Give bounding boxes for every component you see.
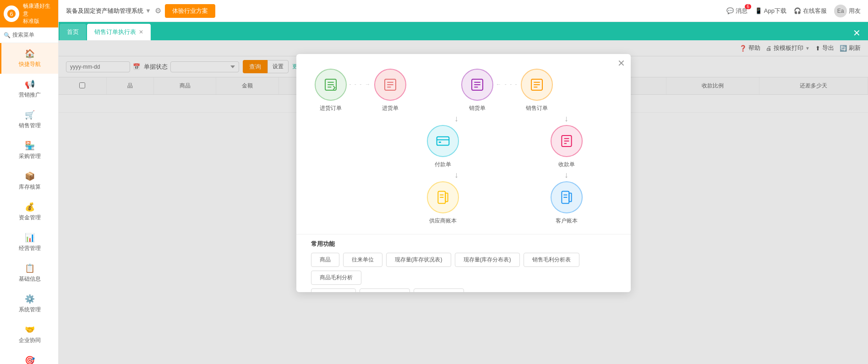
flow-row-3: 付款单 收款单 bbox=[315, 125, 612, 168]
sidebar-item-finance[interactable]: 💰 资金管理 bbox=[0, 196, 58, 227]
tab-home[interactable]: 首页 bbox=[60, 24, 86, 40]
flow-section: 进货订单 - - - → 进货单 bbox=[296, 54, 631, 234]
common-section: 常用功能 商品 往来单位 现存量(库存状况表) 现存量(库存分布表) 销售毛利分… bbox=[296, 234, 631, 292]
tab-sales-order-exec[interactable]: 销售订单执行表 ✕ bbox=[87, 24, 151, 40]
topbar-actions: 💬 消息 6 📱 App下载 🎧 在线客服 Ea 用友 bbox=[726, 5, 861, 17]
common-btn-sales-rank[interactable]: 销售排行榜 bbox=[311, 288, 356, 292]
svg-rect-20 bbox=[438, 141, 441, 143]
quick-nav-icon: 🏠 bbox=[25, 49, 35, 59]
flow-row-arrows: ↓ ↓ bbox=[315, 112, 612, 125]
svg-rect-26 bbox=[445, 193, 448, 202]
sales-invoice-circle[interactable] bbox=[461, 69, 493, 101]
common-btn-product-profit[interactable]: 商品毛利分析 bbox=[311, 271, 361, 285]
guide-icon: 🎯 bbox=[25, 355, 35, 364]
purchase-order-circle[interactable] bbox=[315, 69, 347, 101]
flow-col-customer-ledger: 客户账本 bbox=[539, 181, 594, 225]
purchase-icon: 🏪 bbox=[25, 141, 35, 151]
common-btn-payment-stats[interactable]: 付款情况统计 bbox=[414, 288, 464, 292]
flow-row-1: 进货订单 - - - → 进货单 bbox=[315, 69, 612, 112]
settings-icon[interactable]: ⚙ bbox=[155, 6, 161, 15]
svg-text:6: 6 bbox=[10, 11, 13, 17]
user-avatar: Ea bbox=[834, 5, 847, 17]
payment-label: 付款单 bbox=[435, 161, 451, 168]
system-title-dropdown[interactable]: 装备及固定资产辅助管理系统 ▼ bbox=[66, 7, 151, 15]
modal-overlay[interactable]: ✕ 进货订单 bbox=[59, 40, 868, 364]
message-action[interactable]: 💬 消息 6 bbox=[726, 7, 748, 15]
download-icon: 📱 bbox=[755, 7, 762, 14]
message-icon: 💬 bbox=[726, 7, 734, 14]
basic-info-icon: 📋 bbox=[25, 263, 35, 273]
common-buttons-row1: 商品 往来单位 现存量(库存状况表) 现存量(库存分布表) 销售毛利分析表 商品… bbox=[311, 253, 616, 285]
logo-text: 畅康通好生意 标准版 bbox=[23, 2, 55, 25]
sales-invoice-label: 销货单 bbox=[469, 104, 486, 112]
system-title: 装备及固定资产辅助管理系统 ▼ ⚙ 体验行业方案 bbox=[66, 4, 723, 18]
sales-order-label: 销售订单 bbox=[526, 104, 548, 112]
sidebar-item-basic-info[interactable]: 📋 基础信息 bbox=[0, 258, 58, 288]
common-buttons-row2: 销售排行榜 收款情况统计 付款情况统计 bbox=[311, 288, 616, 292]
sidebar-item-marketing[interactable]: 📢 营销推广 bbox=[0, 74, 58, 104]
trial-btn[interactable]: 体验行业方案 bbox=[165, 4, 215, 18]
common-btn-receipt-stats[interactable]: 收款情况统计 bbox=[360, 288, 410, 292]
receipt-circle[interactable] bbox=[551, 125, 583, 157]
supplier-ledger-circle[interactable] bbox=[427, 181, 459, 213]
receipt-label: 收款单 bbox=[558, 161, 575, 168]
sidebar-item-inventory[interactable]: 📦 库存核算 bbox=[0, 166, 58, 196]
sidebar-item-system[interactable]: ⚙️ 系统管理 bbox=[0, 288, 58, 319]
user-action[interactable]: Ea 用友 bbox=[834, 5, 861, 17]
down-arrow-purchase-receipt: ↓ bbox=[454, 112, 459, 125]
sidebar-item-quick-nav[interactable]: 🏠 快捷导航 bbox=[0, 43, 58, 74]
modal-close-icon[interactable]: ✕ bbox=[617, 58, 625, 69]
flow-col-purchase-order: 进货订单 bbox=[315, 69, 347, 112]
sidebar-item-guide[interactable]: 🎯 新手引导 bbox=[0, 350, 58, 364]
flow-col-supplier-ledger: 供应商账本 bbox=[402, 181, 484, 225]
operations-icon: 📊 bbox=[25, 233, 35, 243]
customer-ledger-label: 客户账本 bbox=[556, 217, 578, 225]
down-arrow-receipt: ↓ bbox=[564, 168, 568, 181]
sidebar-nav: 🏠 快捷导航 📢 营销推广 🛒 销售管理 🏪 采购管理 📦 库存核算 💰 bbox=[0, 43, 58, 364]
arrow-down-purchase: ↓ bbox=[429, 112, 484, 125]
svg-rect-18 bbox=[437, 137, 449, 146]
system-icon: ⚙️ bbox=[25, 294, 35, 304]
inventory-icon: 📦 bbox=[25, 171, 35, 181]
common-btn-stock-status[interactable]: 现存量(库存状况表) bbox=[386, 253, 451, 267]
common-title: 常用功能 bbox=[311, 234, 616, 253]
arrow-down-sales: ↓ bbox=[539, 112, 594, 125]
online-service-action[interactable]: 🎧 在线客服 bbox=[794, 7, 827, 15]
arrow-sales-order-to-invoice: ← - - - bbox=[493, 81, 521, 100]
sidebar-item-sales[interactable]: 🛒 销售管理 bbox=[0, 104, 58, 135]
down-arrow-sales-invoice: ↓ bbox=[564, 112, 568, 125]
marketing-icon: 📢 bbox=[25, 79, 35, 89]
down-arrow-payment: ↓ bbox=[454, 168, 459, 181]
purchase-receipt-circle[interactable] bbox=[374, 69, 406, 101]
tab-bar-close-icon[interactable]: ✕ bbox=[846, 27, 868, 40]
sidebar-item-operations[interactable]: 📊 经营管理 bbox=[0, 227, 58, 258]
sidebar: 6 畅康通好生意 标准版 🔍 搜索菜单 🏠 快捷导航 📢 营销推广 🛒 销售管理 bbox=[0, 0, 59, 364]
tab-close-icon[interactable]: ✕ bbox=[139, 29, 143, 35]
message-badge: 6 bbox=[745, 4, 751, 9]
supplier-ledger-label: 供应商账本 bbox=[429, 217, 457, 225]
app-download-action[interactable]: 📱 App下载 bbox=[755, 7, 786, 15]
common-btn-partner[interactable]: 往来单位 bbox=[343, 253, 382, 267]
common-btn-sales-profit[interactable]: 销售毛利分析表 bbox=[524, 253, 579, 267]
sidebar-search[interactable]: 🔍 搜索菜单 bbox=[0, 27, 58, 43]
common-btn-product[interactable]: 商品 bbox=[311, 253, 339, 267]
sidebar-item-cooperation[interactable]: 🤝 企业协同 bbox=[0, 319, 58, 350]
flow-col-receipt: 收款单 bbox=[539, 125, 594, 168]
customer-ledger-circle[interactable] bbox=[551, 181, 583, 213]
service-icon: 🎧 bbox=[794, 7, 801, 14]
search-icon: 🔍 bbox=[4, 32, 11, 38]
purchase-order-label: 进货订单 bbox=[320, 104, 342, 112]
tabbar: 首页 销售订单执行表 ✕ ✕ bbox=[59, 22, 868, 40]
topbar: 装备及固定资产辅助管理系统 ▼ ⚙ 体验行业方案 💬 消息 6 📱 App下载 … bbox=[59, 0, 868, 22]
payment-circle[interactable] bbox=[427, 125, 459, 157]
svg-rect-30 bbox=[569, 193, 571, 202]
finance-icon: 💰 bbox=[25, 202, 35, 212]
sales-order-circle[interactable] bbox=[521, 69, 553, 101]
common-btn-stock-dist[interactable]: 现存量(库存分布表) bbox=[455, 253, 520, 267]
main-area: 装备及固定资产辅助管理系统 ▼ ⚙ 体验行业方案 💬 消息 6 📱 App下载 … bbox=[59, 0, 868, 364]
flow-col-payment: 付款单 bbox=[402, 125, 484, 168]
arrow-purchase-order-to-receipt: - - - → bbox=[347, 81, 374, 100]
flow-col-sales-order: 销售订单 bbox=[521, 69, 553, 112]
sidebar-item-purchase[interactable]: 🏪 采购管理 bbox=[0, 135, 58, 166]
flow-col-sales-invoice: 销货单 bbox=[461, 69, 493, 112]
